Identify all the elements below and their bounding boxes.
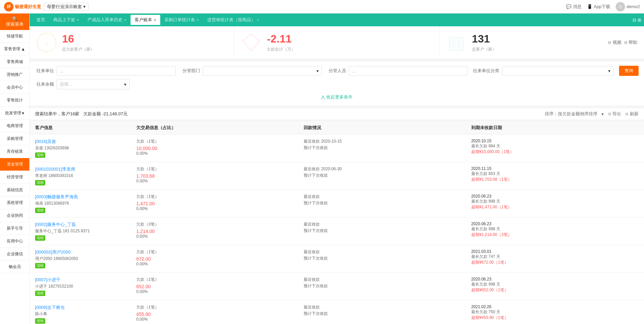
debt-cell-1: 欠款（1笔） 1,703.68 0.00%	[136, 166, 304, 183]
tab-product-status-label: 商品上下架	[53, 17, 75, 23]
due-cell-0: 2020.10.15 最长欠款 884 天 超期¥10,000.00（1笔）	[471, 139, 639, 155]
sidebar-item-biz-mgmt[interactable]: 经营管理	[0, 171, 29, 184]
filter-dept-select[interactable]: ▾	[203, 66, 322, 76]
overdue-amount-0[interactable]: 超期¥10,000.00（1笔）	[471, 149, 639, 155]
tab-purchase-stats-close[interactable]: ✕	[196, 18, 199, 22]
next-payment-2: 预计下次收款	[304, 200, 471, 206]
tab-expand-icon[interactable]: ⊞	[638, 18, 641, 23]
filter-person-dots: ...	[352, 68, 356, 73]
overdue-days-2: 最长欠款 998 天	[471, 199, 639, 204]
sidebar-item-vip[interactable]: 畅会员	[0, 261, 29, 273]
sidebar-item-basic-info[interactable]: 基础信息	[0, 184, 29, 197]
overdue-amount-5[interactable]: 超期¥652.00（1笔）	[471, 287, 639, 293]
tab-home[interactable]: 首页	[32, 15, 49, 25]
tabbar: 首页 商品上下架 ✕ 产成品入库单历史 ✕ 客户账本 ✕ 采购订单统计表 ✕ 进…	[30, 13, 644, 26]
overdue-amount-6[interactable]: 超期¥455.90（1笔）	[471, 315, 639, 321]
customer-name-2[interactable]: [0003]畅捷服务尹海燕	[35, 194, 136, 200]
table-row: [0002]服务中心_丁磊 服务中心_丁磊 181 0125 8371 现销 欠…	[30, 217, 644, 245]
message-btn[interactable]: 💬 消息	[566, 4, 582, 10]
debt-percent-1: 0.00%	[136, 179, 304, 183]
recovery-cell-0: 最近收款 2020-10-15 预计下次收款	[304, 139, 471, 151]
recovery-cell-4: 最近收款 预计下次收款	[304, 249, 471, 261]
overdue-amount-4[interactable]: 超期¥672.00（1笔）	[471, 260, 639, 265]
search-button[interactable]: 查询	[619, 66, 639, 76]
tab-customer-ledger-close[interactable]: ✕	[153, 18, 156, 22]
filter-person-input[interactable]: ...	[349, 66, 468, 76]
customer-cell-3: [0002]服务中心_丁磊 服务中心_丁磊 181 0125 8371 现销	[35, 222, 136, 241]
debt-amount-3: 1,214.00	[136, 229, 304, 234]
overdue-amount-3[interactable]: 超期¥1,214.00（3笔）	[471, 232, 639, 238]
due-date-3: 2020.06.23	[471, 222, 639, 226]
user-menu[interactable]: D demo2	[616, 2, 640, 11]
sidebar-item-enterprise[interactable]: 企业协同	[0, 209, 29, 222]
tab-collapse-icon[interactable]: ⊟	[633, 18, 636, 23]
customer-name-4[interactable]: [000002]用户2050	[35, 249, 136, 255]
refresh-btn[interactable]: ⊙ 刷新	[625, 111, 639, 117]
tab-goods-stats[interactable]: 进货单统计表（按商品） ✕	[203, 15, 263, 25]
customer-tag-5: 现销	[35, 291, 45, 296]
sort-label: 排序：按欠款金额倒序排序	[545, 111, 597, 117]
tab-product-status-close[interactable]: ✕	[77, 18, 79, 22]
filter-category-select[interactable]: ▾	[502, 66, 614, 76]
debt-count-1: 欠款（1笔）	[136, 166, 304, 172]
overdue-amount-2[interactable]: 超期¥1,471.00（1笔）	[471, 204, 639, 210]
due-date-0: 2020.10.15	[471, 139, 639, 143]
customer-phone-4: 用户2050 18665062050	[35, 256, 136, 262]
overdue-amount-1[interactable]: 超期¥1,703.68（1笔）	[471, 177, 639, 182]
filter-unit-input[interactable]: ...	[57, 66, 176, 76]
tab-finished-goods-label: 产成品入库单历史	[87, 17, 122, 23]
sidebar-item-retail-mall[interactable]: 零售商城	[0, 56, 29, 68]
sidebar-item-retail-mgmt[interactable]: 零售管理 ▲	[0, 43, 29, 56]
sidebar-item-finance[interactable]: 资金管理	[0, 158, 29, 171]
filter-dept: 分管部门 ▾	[181, 66, 322, 76]
filter-unit-dots: ...	[60, 68, 63, 73]
customer-name-1[interactable]: [0001020001]李老师	[35, 166, 136, 172]
overdue-days-5: 最长欠款 998 天	[471, 282, 639, 287]
customer-name-5[interactable]: [0007]小进干	[35, 277, 136, 283]
sidebar-search[interactable]: 🔍 搜索菜单	[0, 13, 29, 30]
sidebar-item-purchase[interactable]: 采购管理	[0, 132, 29, 145]
tab-product-status[interactable]: 商品上下架 ✕	[49, 15, 83, 25]
sidebar-item-app-center[interactable]: 应用中心	[0, 235, 29, 248]
export-btn[interactable]: ⊙ 导出	[608, 111, 621, 117]
sidebar-item-enterprise-wx[interactable]: 企业微信	[0, 248, 29, 261]
sidebar-item-system[interactable]: 系统管理	[0, 197, 29, 209]
tab-goods-stats-label: 进货单统计表（按商品）	[207, 17, 255, 23]
overdue-days-6: 最长欠款 750 天	[471, 309, 639, 315]
sidebar-item-member[interactable]: 会员中心	[0, 81, 29, 94]
filter-balance-select[interactable]: 选择... ▾	[57, 79, 130, 89]
customer-phone-5: 小进干 18279152100	[35, 284, 136, 289]
store-selector[interactable]: 母婴行业演示账套 ▾	[44, 3, 89, 11]
customer-name-6[interactable]: [0006]去下粮仓	[35, 304, 136, 311]
sidebar-item-quick-nav[interactable]: 快捷导航	[0, 30, 29, 43]
message-label: 消息	[573, 4, 582, 10]
sidebar-item-marketing[interactable]: 营销推广	[0, 68, 29, 81]
collapse-btn[interactable]: ⋀ 收起更多条件	[35, 93, 639, 101]
sidebar-item-inventory[interactable]: 库存核算	[0, 145, 29, 158]
tab-finished-goods-close[interactable]: ✕	[124, 18, 127, 22]
tab-finished-goods[interactable]: 产成品入库单历史 ✕	[83, 15, 131, 25]
tab-customer-ledger[interactable]: 客户账本 ✕	[131, 15, 160, 25]
message-icon: 💬	[566, 4, 571, 9]
sidebar-item-ecommerce[interactable]: 电商管理	[0, 120, 29, 132]
sidebar-item-new-guide[interactable]: 新手引导	[0, 222, 29, 235]
tab-goods-stats-close[interactable]: ✕	[257, 18, 259, 22]
filter-category-label: 往来单位分类	[473, 68, 499, 74]
svg-rect-3	[450, 37, 463, 50]
help-btn[interactable]: ⊙ 帮助	[624, 39, 637, 46]
customer-name-3[interactable]: [0002]服务中心_丁磊	[35, 222, 136, 228]
customer-phone-2: 海燕 18513066976	[35, 201, 136, 206]
collapse-icon: ⋀	[321, 95, 325, 100]
search-icon: 🔍	[12, 16, 18, 21]
customer-name-0[interactable]: [0016]吴俊	[35, 139, 136, 145]
filter-person-label: 分管人员	[327, 68, 346, 74]
avatar: D	[616, 2, 625, 11]
filter-balance-placeholder: 选择...	[60, 81, 72, 87]
sidebar-item-retail-stats[interactable]: 零售统计	[0, 94, 29, 107]
view-video-btn[interactable]: ⊙ 视频	[608, 39, 621, 46]
sidebar-item-batch-mgmt[interactable]: 批发管理 ▾	[0, 107, 29, 120]
app-download-btn[interactable]: 📱 App下载	[587, 4, 610, 10]
tab-purchase-stats[interactable]: 采购订单统计表 ✕	[160, 15, 203, 25]
page-content: ¥ 16 总欠款客户（家） -2.11	[30, 26, 644, 324]
stat-card-debt-total: -2.11 欠款合计（万）	[234, 26, 439, 59]
